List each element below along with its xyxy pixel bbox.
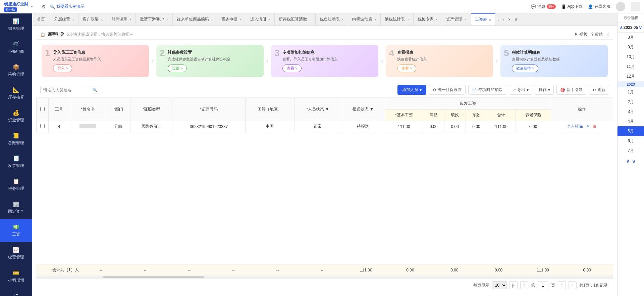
sidebar-item-sales[interactable]: 📊 销售管理 xyxy=(0,13,32,36)
th-select-all[interactable] xyxy=(37,98,49,121)
tab-invite[interactable]: 邀请下游客户 × xyxy=(136,13,172,26)
tab-product-code[interactable]: 往来单位商品编码 × xyxy=(173,13,217,26)
sidebar-item-assets[interactable]: 🏢 固定资产 xyxy=(0,196,32,219)
special-deduction-btn[interactable]: 📄 专项附加扣除 xyxy=(468,85,506,95)
message-btn[interactable]: 💬 消息 99+ xyxy=(531,4,556,9)
guide-help-btn[interactable]: ? 帮助 xyxy=(591,32,603,37)
guide-video-btn[interactable]: ▶ 视频 xyxy=(574,32,587,37)
sidebar-item-invoice[interactable]: 🧾 发票管理 xyxy=(0,151,32,173)
user-menu-btn[interactable] xyxy=(631,2,640,11)
month-panel-down[interactable]: ∨ xyxy=(632,158,636,165)
sidebar-item-inventory[interactable]: 📐 库存核算 xyxy=(0,82,32,105)
next-page-btn[interactable]: › xyxy=(558,281,566,289)
tab-guide[interactable]: 引导说明 × xyxy=(107,13,136,26)
step-btn-2[interactable]: 设置 > xyxy=(168,65,187,72)
tab-close-contact[interactable]: × xyxy=(101,17,103,22)
step-btn-1[interactable]: 导入 > xyxy=(53,65,72,72)
action-delete[interactable]: 🗑 xyxy=(593,124,597,129)
tab-close-clearance[interactable]: × xyxy=(268,17,270,22)
sidebar-item-salary[interactable]: 💵 工资 xyxy=(0,219,32,242)
add-employee-btn[interactable]: 添加人员 ▾ xyxy=(397,85,426,95)
month-1[interactable]: 1月 xyxy=(618,87,644,97)
step-btn-3[interactable]: 查看 > xyxy=(282,65,302,72)
tab-close-invite[interactable]: × xyxy=(166,17,168,22)
app-download-btn[interactable]: 📱 App下载 xyxy=(561,4,583,9)
sidebar-item-ecommerce[interactable]: 🛒 小畅电商 xyxy=(0,36,32,59)
last-page-btn[interactable]: ›| xyxy=(569,281,577,289)
step-btn-5[interactable]: 敬请期待 > xyxy=(512,65,538,72)
tab-tax-fluctuation[interactable]: 纳税波动表 × xyxy=(348,13,381,26)
step-btn-4[interactable]: 查看 > xyxy=(397,65,416,72)
month-next-btn[interactable]: ∨ xyxy=(639,25,642,30)
tab-salary-table[interactable]: 工资表 × xyxy=(471,13,495,26)
horizontal-scrollbar[interactable] xyxy=(36,276,613,278)
sidebar-item-basic[interactable]: 🗂 基础信息 xyxy=(0,288,32,296)
new-guide-btn[interactable]: 🎯 新手引导 xyxy=(556,85,586,95)
search-icon[interactable]: 🔍 xyxy=(92,88,97,92)
send-filter-icon[interactable]: ▼ xyxy=(370,107,374,112)
month-prev-btn[interactable]: ∧ xyxy=(620,25,623,30)
tab-close-asset[interactable]: × xyxy=(464,17,466,22)
month-10[interactable]: 10月 xyxy=(618,52,644,62)
guide-close-btn[interactable]: × xyxy=(607,32,609,37)
prev-page-btn[interactable]: ‹ xyxy=(520,281,528,289)
demo-link[interactable]: 🔍 我要看实例演示 xyxy=(50,4,85,9)
month-4[interactable]: 4月 xyxy=(618,117,644,126)
logo-dropdown[interactable]: ▼ xyxy=(30,5,34,8)
tab-tax-stat[interactable]: 纳税统计表 × xyxy=(381,13,413,26)
per-page-select[interactable]: 10 20 50 xyxy=(492,281,507,289)
user-avatar[interactable] xyxy=(616,2,625,11)
month-6[interactable]: 6月 xyxy=(618,136,644,146)
month-11[interactable]: 11月 xyxy=(618,62,644,72)
top-settings-icon[interactable]: ⚙ xyxy=(42,4,46,9)
month-8[interactable]: 8月 xyxy=(618,33,644,42)
tab-close-tax-burden[interactable]: × xyxy=(342,17,344,22)
tab-close-salary[interactable]: × xyxy=(489,18,491,22)
tab-income-tax[interactable]: 所得税汇算清缴 × xyxy=(275,13,315,26)
unified-social-btn[interactable]: ⚙ 统一社保设置 xyxy=(429,85,466,95)
action-edit[interactable]: ✎ xyxy=(586,124,590,129)
scroll-thumb[interactable] xyxy=(103,276,204,278)
month-5[interactable]: 5月 xyxy=(618,126,644,136)
tab-close-tax-fluctuation[interactable]: × xyxy=(374,17,376,22)
row-checkbox-cell[interactable] xyxy=(37,121,49,132)
operate-btn[interactable]: 操作 ▾ xyxy=(535,85,554,95)
select-all-checkbox[interactable] xyxy=(40,107,45,111)
tab-contact[interactable]: 客户联络 × xyxy=(78,13,107,26)
tab-clearance[interactable]: 进入清册 × xyxy=(246,13,275,26)
month-panel-up[interactable]: ∧ xyxy=(626,158,630,165)
search-box[interactable]: 🔍 xyxy=(40,86,100,94)
tab-nav-close-all[interactable]: × xyxy=(506,13,513,26)
online-service-btn[interactable]: 👤 在线客服 xyxy=(588,4,610,9)
tab-nav-menu[interactable]: ≡ xyxy=(513,13,519,26)
tab-home[interactable]: 首页 xyxy=(32,13,50,26)
month-12[interactable]: 12月 xyxy=(618,72,644,81)
tab-tax-report[interactable]: 税务申报 × xyxy=(217,13,246,26)
month-7[interactable]: 7月 xyxy=(618,146,644,156)
action-personal-social[interactable]: 个人社保 xyxy=(567,124,583,129)
tab-tax-burden[interactable]: 税负波动表 × xyxy=(316,13,348,26)
tab-close-product-code[interactable]: × xyxy=(211,17,213,22)
tab-tax-expert[interactable]: 税检专家 × xyxy=(414,13,442,26)
refresh-btn[interactable]: ↻ 刷新 xyxy=(589,85,609,95)
sidebar-item-expense[interactable]: 💳 小畅报销 xyxy=(0,265,32,288)
month-3[interactable]: 3月 xyxy=(618,107,644,117)
sidebar-item-finance[interactable]: 💰 资金管理 xyxy=(0,105,32,128)
status-filter-icon[interactable]: ▼ xyxy=(325,107,329,112)
month-9[interactable]: 9月 xyxy=(618,42,644,52)
sort-icon[interactable]: ⇅ xyxy=(92,107,95,112)
sidebar-item-purchase[interactable]: 📦 采购管理 xyxy=(0,59,32,82)
tab-nav-prev[interactable]: ‹ xyxy=(495,13,501,26)
month-2[interactable]: 2月 xyxy=(618,97,644,107)
tab-close-tax-report[interactable]: × xyxy=(239,17,241,22)
tab-asset[interactable]: 资产管理 × xyxy=(442,13,471,26)
tab-close-income-tax[interactable]: × xyxy=(309,17,311,22)
tab-layered[interactable]: 分层经营 × xyxy=(50,13,78,26)
first-page-btn[interactable]: |‹ xyxy=(509,281,518,289)
tab-nav-next[interactable]: › xyxy=(501,13,506,26)
search-input[interactable] xyxy=(43,88,90,92)
tab-close-tax-expert[interactable]: × xyxy=(436,17,438,22)
sidebar-item-operations[interactable]: 📈 经营管理 xyxy=(0,242,32,265)
sidebar-item-ledger[interactable]: 📒 总账管理 xyxy=(0,128,32,151)
row-checkbox[interactable] xyxy=(40,124,45,128)
